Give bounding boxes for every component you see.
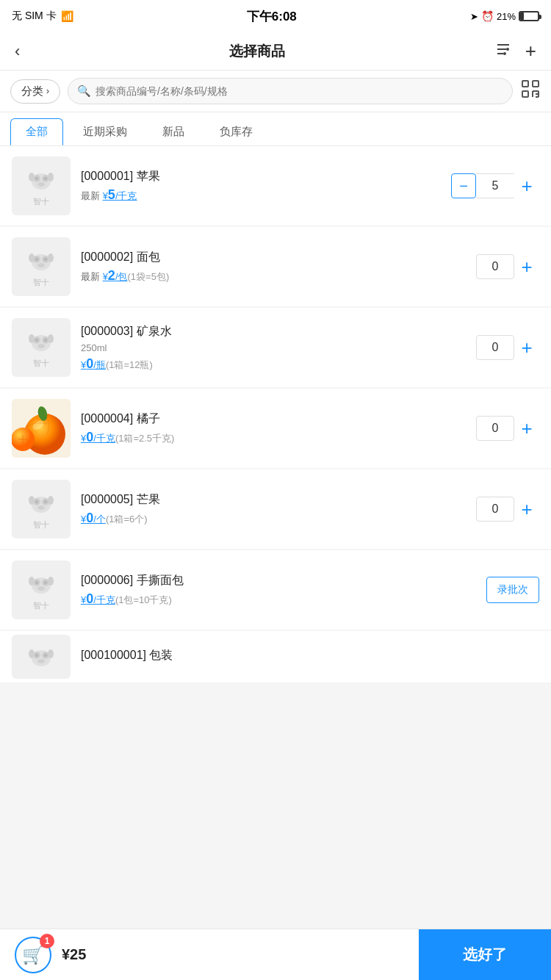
svg-point-27 bbox=[29, 253, 35, 262]
svg-point-48 bbox=[44, 500, 48, 503]
product-name: [0000006] 手撕面包 bbox=[81, 573, 476, 588]
qty-control: + bbox=[476, 416, 539, 441]
confirm-button[interactable]: 选好了 bbox=[419, 929, 551, 981]
tab-negative[interactable]: 负库存 bbox=[204, 118, 268, 145]
nav-bar: ‹ 选择商品 + bbox=[0, 32, 551, 71]
scan-icon[interactable] bbox=[520, 79, 541, 104]
svg-point-64 bbox=[44, 654, 48, 657]
svg-point-4 bbox=[503, 52, 506, 55]
svg-point-16 bbox=[35, 176, 39, 180]
list-item: [0000004] 橘子 ¥0/千克(1箱=2.5千克) + bbox=[0, 389, 551, 468]
search-input[interactable] bbox=[96, 85, 503, 97]
list-item: 智十 [0000002] 面包 最新 ¥2/包(1袋=5包) + bbox=[0, 227, 551, 306]
svg-point-36 bbox=[48, 334, 54, 343]
list-item: 智十 [0000006] 手撕面包 ¥0/千克(1包=10千克) 录批次 bbox=[0, 550, 551, 630]
svg-point-49 bbox=[37, 505, 45, 510]
qty-input[interactable] bbox=[476, 254, 514, 279]
svg-point-47 bbox=[35, 500, 39, 503]
tab-new[interactable]: 新品 bbox=[147, 118, 200, 145]
product-list: 智十 [0000001] 苹果 最新 ¥5/千克 − + 智十 [0000002… bbox=[0, 146, 551, 734]
product-details: [0000005] 芒果 ¥0/个(1箱=6个) bbox=[81, 492, 466, 526]
location-icon: ➤ bbox=[470, 11, 478, 22]
brand-label: 智十 bbox=[33, 196, 49, 207]
product-price: 最新 ¥5/千克 bbox=[81, 187, 441, 203]
wifi-icon: 📶 bbox=[61, 10, 73, 22]
qty-plus-button[interactable]: + bbox=[514, 173, 539, 198]
battery-label: 21% bbox=[497, 11, 516, 22]
qty-minus-button[interactable]: − bbox=[451, 173, 476, 198]
svg-point-25 bbox=[44, 257, 48, 261]
product-image-placeholder: 智十 bbox=[12, 318, 71, 377]
product-price: ¥0/千克(1箱=2.5千克) bbox=[81, 430, 466, 445]
list-item: 智十 [0000005] 芒果 ¥0/个(1箱=6个) + bbox=[0, 469, 551, 549]
cart-section: 🛒 1 ¥25 bbox=[0, 937, 419, 973]
svg-point-67 bbox=[48, 649, 54, 658]
list-item-partial: [000100001] 包装 bbox=[0, 631, 551, 682]
carrier-label: 无 SIM 卡 bbox=[12, 10, 57, 23]
svg-point-3 bbox=[506, 48, 509, 51]
product-image-placeholder: 智十 bbox=[12, 480, 71, 538]
status-time: 下午6:08 bbox=[247, 8, 297, 25]
qty-input[interactable] bbox=[476, 173, 514, 198]
svg-point-18 bbox=[37, 182, 45, 187]
product-details: [000100001] 包装 bbox=[81, 648, 539, 666]
battery-icon bbox=[519, 11, 539, 21]
product-name: [0000003] 矿泉水 bbox=[81, 324, 466, 339]
product-price: ¥0/瓶(1箱=12瓶) bbox=[81, 356, 466, 372]
tab-recent[interactable]: 近期采购 bbox=[68, 118, 143, 145]
qty-plus-button[interactable]: + bbox=[514, 254, 539, 279]
qty-control: + bbox=[476, 497, 539, 522]
cart-button[interactable]: 🛒 1 bbox=[15, 937, 51, 973]
svg-point-35 bbox=[29, 334, 35, 343]
cart-total: ¥25 bbox=[62, 946, 86, 963]
svg-point-57 bbox=[37, 586, 45, 591]
product-name: [0000005] 芒果 bbox=[81, 492, 466, 508]
product-spec: 250ml bbox=[81, 342, 466, 353]
qty-plus-button[interactable]: + bbox=[514, 335, 539, 360]
product-price: ¥0/个(1箱=6个) bbox=[81, 511, 466, 526]
svg-point-28 bbox=[48, 253, 54, 262]
qty-control: + bbox=[476, 254, 539, 279]
product-price: 最新 ¥2/包(1袋=5包) bbox=[81, 268, 466, 284]
qty-input[interactable] bbox=[476, 416, 514, 441]
svg-point-50 bbox=[29, 496, 35, 505]
nav-actions: + bbox=[494, 40, 536, 62]
qty-plus-button[interactable]: + bbox=[514, 497, 539, 522]
svg-point-33 bbox=[44, 338, 48, 342]
svg-point-19 bbox=[29, 173, 35, 181]
product-name: [0000004] 橘子 bbox=[81, 411, 466, 427]
back-button[interactable]: ‹ bbox=[15, 42, 20, 61]
svg-point-24 bbox=[35, 257, 39, 261]
product-details: [0000006] 手撕面包 ¥0/千克(1包=10千克) bbox=[81, 573, 476, 607]
qty-input[interactable] bbox=[476, 335, 514, 360]
category-button[interactable]: 分类 › bbox=[10, 79, 60, 104]
filter-button[interactable] bbox=[494, 40, 512, 62]
svg-point-26 bbox=[37, 263, 45, 267]
batch-button[interactable]: 录批次 bbox=[486, 577, 539, 603]
svg-point-34 bbox=[37, 344, 45, 348]
qty-input[interactable] bbox=[476, 497, 514, 522]
product-image bbox=[12, 399, 71, 458]
svg-point-32 bbox=[35, 338, 39, 342]
product-image-placeholder: 智十 bbox=[12, 156, 71, 215]
list-item: 智十 [0000003] 矿泉水 250ml ¥0/瓶(1箱=12瓶) + bbox=[0, 308, 551, 387]
product-price: ¥0/千克(1包=10千克) bbox=[81, 591, 476, 607]
status-bar: 无 SIM 卡 📶 下午6:08 ➤ ⏰ 21% bbox=[0, 0, 551, 32]
tab-all[interactable]: 全部 bbox=[10, 118, 63, 145]
svg-point-59 bbox=[48, 577, 54, 586]
product-details: [0000002] 面包 最新 ¥2/包(1袋=5包) bbox=[81, 250, 466, 284]
add-button[interactable]: + bbox=[525, 40, 536, 62]
svg-rect-7 bbox=[522, 91, 528, 97]
svg-point-20 bbox=[48, 173, 54, 181]
brand-label: 智十 bbox=[33, 358, 49, 369]
svg-rect-5 bbox=[522, 81, 528, 87]
svg-point-17 bbox=[44, 176, 48, 180]
svg-rect-6 bbox=[533, 81, 539, 87]
filter-bar: 分类 › 🔍 bbox=[0, 71, 551, 112]
bottom-bar: 🛒 1 ¥25 选好了 bbox=[0, 929, 551, 980]
qty-plus-button[interactable]: + bbox=[514, 416, 539, 441]
product-image-placeholder: 智十 bbox=[12, 561, 71, 619]
alarm-icon: ⏰ bbox=[481, 10, 494, 22]
qty-control: + bbox=[476, 335, 539, 360]
product-details: [0000004] 橘子 ¥0/千克(1箱=2.5千克) bbox=[81, 411, 466, 445]
